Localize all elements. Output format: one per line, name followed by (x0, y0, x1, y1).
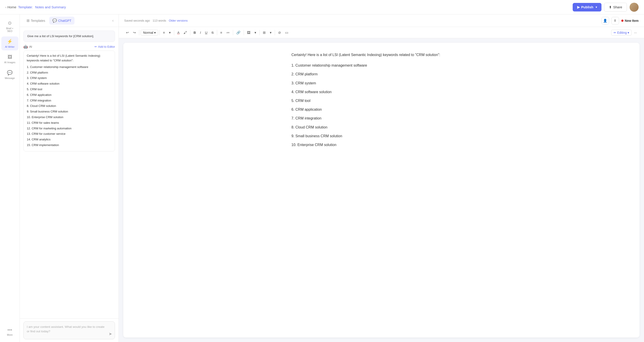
table-button[interactable]: ⊞ (261, 29, 268, 36)
breadcrumb-link[interactable]: Notes and Summary (35, 5, 66, 9)
sidebar-item-ai-images[interactable]: 🖼 AI Images (1, 52, 18, 66)
tab-templates-label: Templates (31, 19, 45, 22)
word-count: 113 words (152, 19, 166, 22)
style-chevron-icon: ▾ (154, 31, 156, 34)
italic-button[interactable]: I (198, 29, 203, 36)
list-item: 15. CRM implementation (27, 143, 112, 148)
list-item: 2. CRM platform (27, 70, 112, 75)
toolbar-more-button[interactable]: ··· (632, 29, 638, 36)
list-item: 3. CRM system (27, 76, 112, 80)
bold-button[interactable]: B (192, 29, 198, 36)
list-item: 8. Cloud CRM solution (27, 104, 112, 108)
editing-mode-selector[interactable]: ✏ Editing ▾ (611, 30, 632, 36)
list-item: 11. CRM for sales teams (27, 120, 112, 125)
home-button[interactable]: ‹ Home (6, 5, 16, 9)
editor-items: 1. Customer relationship management soft… (292, 62, 472, 148)
link-button[interactable]: 🔗 (234, 29, 242, 36)
share-alt-icon: ⬆ (614, 19, 616, 23)
share-icon: ⬆ (609, 5, 612, 9)
tab-templates[interactable]: ⊞ Templates (24, 17, 48, 24)
toolbar-separator-7 (244, 30, 244, 35)
avatar-image (630, 3, 638, 12)
new-item-label: New Item (625, 19, 638, 22)
image-button[interactable]: 🖼 (245, 29, 252, 36)
strikethrough-button[interactable]: S (210, 29, 216, 36)
share-doc-icon[interactable]: ⬆ (611, 17, 619, 24)
editor-content[interactable]: Certainly! Here is a list of LSI (Latent… (123, 43, 640, 338)
tab-chatgpt-label: ChatGPT (58, 19, 71, 22)
collaborators-icon[interactable]: 👤 (602, 17, 609, 24)
sidebar-label-more: More (7, 334, 12, 336)
share-label: Share (613, 5, 622, 9)
brief-seo-icon: ⊙ (8, 20, 12, 26)
breadcrumb: Template: Notes and Summary (18, 5, 66, 9)
panel-collapse-button[interactable]: ‹ (111, 17, 115, 24)
prompt-text: Give me a list of LSI keywords for [CRM … (27, 34, 94, 38)
person-circle-icon: 👤 (603, 19, 607, 23)
avatar[interactable] (630, 3, 638, 12)
ai-items-list: 1. Customer relationship management soft… (27, 65, 112, 148)
toolbar-separator-8 (260, 30, 260, 35)
publish-label: Publish (581, 5, 593, 9)
list-item: 9. Small business CRM solution (292, 133, 472, 139)
align-chevron-button[interactable]: ▾ (167, 29, 172, 36)
text-color-button[interactable]: A (176, 29, 181, 36)
sidebar-item-message[interactable]: 💬 Message (1, 68, 18, 82)
ai-content: Certainly! Here is a list of LSI (Latent… (24, 50, 115, 152)
sidebar-item-brief-seo[interactable]: ⊙ Brief + SEO (1, 18, 18, 35)
list-item: 5. CRM tool (27, 87, 112, 92)
doc-meta: Saved seconds ago 113 words Older versio… (124, 19, 188, 22)
add-to-editor-icon: ✏ (94, 45, 97, 48)
send-button[interactable]: ➤ (109, 332, 112, 336)
underline-button[interactable]: U (203, 29, 209, 36)
sidebar-item-more[interactable]: ••• More (1, 325, 18, 338)
ai-response-header: 🤖 AI ✏ Add to Editor (24, 44, 115, 49)
bullet-list-button[interactable]: ≡ (218, 29, 224, 36)
sidebar-label-brief-seo: Brief + SEO (4, 27, 16, 32)
image-chevron-button[interactable]: ▾ (253, 29, 258, 36)
chat-input-box[interactable]: I am your content assistant. What would … (24, 321, 115, 339)
list-item: 10. Enterprise CRM solution (27, 115, 112, 120)
list-item: 13. CRM for customer service (27, 132, 112, 136)
editor-toolbar: ↩ ↪ Normal ▾ ≡ ▾ A 🖍 B I U S ≡ ≔ 🔗 🖼 (119, 27, 644, 38)
panel-body: Give me a list of LSI keywords for [CRM … (20, 27, 118, 318)
share-button[interactable]: ⬆ Share (604, 3, 627, 12)
sidebar-item-ai-writer[interactable]: ⚡ AI Writer (1, 36, 18, 50)
table-chevron-button[interactable]: ▾ (268, 29, 274, 36)
list-item: 1. Customer relationship management soft… (292, 62, 472, 68)
ai-writer-icon: ⚡ (7, 39, 12, 44)
list-item: 14. CRM analytics (27, 137, 112, 142)
new-item-button[interactable]: New Item (621, 19, 638, 22)
list-item: 4. CRM software solution (27, 82, 112, 86)
ai-response: 🤖 AI ✏ Add to Editor Certainly! Here is … (24, 44, 115, 152)
chat-input-area: I am your content assistant. What would … (20, 318, 118, 342)
undo-button[interactable]: ↩ (124, 29, 131, 36)
home-label: Home (8, 5, 16, 9)
ai-label-text: AI (29, 45, 32, 48)
left-sidebar: ⊙ Brief + SEO ⚡ AI Writer 🖼 AI Images 💬 … (0, 14, 20, 342)
add-to-editor-button[interactable]: ✏ Add to Editor (94, 45, 115, 48)
list-item: 10. Enterprise CRM solution (292, 142, 472, 148)
style-dropdown[interactable]: Normal ▾ (141, 30, 158, 36)
list-item: 9. Small business CRM solution (27, 109, 112, 114)
clear-format-button[interactable]: ⊘ (276, 29, 283, 36)
publish-button[interactable]: ▶ Publish ▾ (573, 3, 602, 12)
list-item: 1. Customer relationship management soft… (27, 65, 112, 70)
publish-icon: ▶ (577, 5, 580, 9)
sidebar-label-ai-images: AI Images (4, 61, 16, 64)
older-versions-link[interactable]: Older versions (169, 19, 188, 22)
highlight-button[interactable]: 🖍 (182, 29, 189, 36)
ordered-list-button[interactable]: ≔ (224, 29, 232, 36)
redo-button[interactable]: ↪ (131, 29, 138, 36)
chevron-down-icon: ▾ (596, 6, 597, 9)
sidebar-label-message: Message (5, 77, 15, 80)
panel: ⊞ Templates 💬 ChatGPT ‹ Give me a list o… (20, 14, 119, 342)
align-button[interactable]: ≡ (161, 29, 167, 36)
ai-label: 🤖 AI (24, 44, 32, 49)
add-to-editor-label: Add to Editor (98, 45, 115, 48)
style-label: Normal (143, 31, 153, 34)
editor-topbar: Saved seconds ago 113 words Older versio… (119, 14, 644, 27)
breadcrumb-prefix: Template: (18, 5, 33, 9)
tab-chatgpt[interactable]: 💬 ChatGPT (49, 17, 74, 24)
format-extra-button[interactable]: ▭ (283, 29, 290, 36)
